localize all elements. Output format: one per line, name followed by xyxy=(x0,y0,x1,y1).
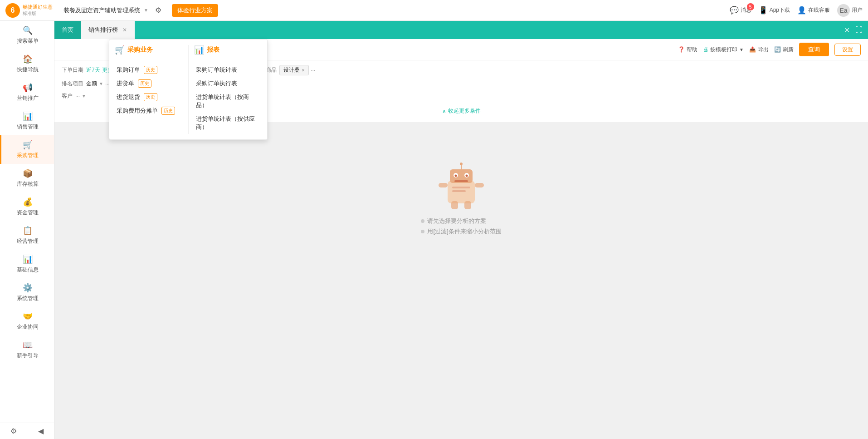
dropdown-item-po-stats[interactable]: 采购订单统计表 xyxy=(194,63,262,77)
sidebar-collapse-btn[interactable]: ◀ xyxy=(38,427,44,435)
svg-rect-14 xyxy=(452,190,466,192)
sidebar-item-inventory[interactable]: 📦 库存核算 xyxy=(0,164,54,192)
empty-tip1: 请先选择要分析的方案 xyxy=(421,216,501,226)
sidebar-item-system[interactable]: ⚙️ 系统管理 xyxy=(0,278,54,307)
gr-stats-supplier-label: 进货单统计表（按供应商） xyxy=(196,115,260,131)
dropdown-item-gr-stats-supplier[interactable]: 进货单统计表（按供应商） xyxy=(194,112,262,134)
tab-close-icon[interactable]: ✕ xyxy=(122,27,127,33)
customer-dots[interactable]: ··· xyxy=(75,93,80,99)
system-title-area: 装餐及固定资产辅助管理系统 ▼ ⚙ 体验行业方案 xyxy=(63,4,218,17)
refresh-icon: 🔄 xyxy=(774,46,781,53)
sidebar-label-quicknav: 快捷导航 xyxy=(17,66,39,74)
dropdown-item-expense[interactable]: 采购费用分摊单 历史 xyxy=(115,104,183,118)
sidebar-settings-btn[interactable]: ⚙ xyxy=(10,427,17,435)
handshake-icon: 🤝 xyxy=(23,311,33,321)
app-download-label: App下载 xyxy=(770,6,790,14)
sidebar-item-sales[interactable]: 📊 销售管理 xyxy=(0,107,54,135)
tab-sales-rank-label: 销售排行榜 xyxy=(88,26,118,34)
user-label: 用户 xyxy=(852,6,863,14)
main-layout: 🔍 搜索菜单 🏠 快捷导航 📢 营销推广 📊 销售管理 🛒 采购管理 📦 库存核… xyxy=(0,21,868,439)
help-btn[interactable]: ❓ 帮助 xyxy=(678,46,697,54)
refresh-label: 刷新 xyxy=(783,46,794,54)
gret-history-badge: 历史 xyxy=(144,93,157,101)
tab-home[interactable]: 首页 xyxy=(54,21,81,39)
sidebar-item-operations[interactable]: 📋 经营管理 xyxy=(0,221,54,250)
collapse-up-icon: ∧ xyxy=(442,108,446,114)
goods-tag-text: 设计桑 xyxy=(283,66,300,74)
gr-history-badge: 历史 xyxy=(138,79,151,88)
table-icon: 📊 xyxy=(23,254,33,264)
tab-sales-rank[interactable]: 销售排行榜 ✕ xyxy=(81,21,135,39)
industry-btn[interactable]: 体验行业方案 xyxy=(172,4,218,17)
help-icon: ❓ xyxy=(678,46,685,53)
dropdown-col-purchase: 🛒 采购业务 采购订单 历史 进货单 历史 进货退货 xyxy=(109,45,189,134)
print-label: 按模板打印 xyxy=(710,46,737,54)
report-col-icon: 📊 xyxy=(194,45,204,55)
sidebar-item-capital[interactable]: 💰 资金管理 xyxy=(0,192,54,221)
empty-state: 请先选择要分析的方案 用[过滤]条件来缩小分析范围 xyxy=(54,124,868,273)
sidebar-item-guide[interactable]: 📖 新手引导 xyxy=(0,335,54,364)
goods-return-label: 进货退货 xyxy=(117,93,140,101)
sidebar-item-enterprise[interactable]: 🤝 企业协同 xyxy=(0,307,54,335)
dropdown-item-po[interactable]: 采购订单 历史 xyxy=(115,63,183,77)
sidebar-label-guide: 新手引导 xyxy=(17,352,39,360)
system-title: 装餐及固定资产辅助管理系统 xyxy=(63,6,140,15)
home-icon: 🏠 xyxy=(23,54,33,64)
book-icon: 📖 xyxy=(23,340,33,350)
system-dropdown-arrow[interactable]: ▼ xyxy=(144,8,148,13)
svg-point-4 xyxy=(455,175,457,177)
tab-home-label: 首页 xyxy=(62,26,73,34)
query-btn[interactable]: 查询 xyxy=(799,43,829,56)
refresh-btn[interactable]: 🔄 刷新 xyxy=(774,46,794,54)
customer-dropdown[interactable]: ▼ xyxy=(82,94,86,99)
goods-value: 设计桑 × ··· xyxy=(279,65,356,75)
avatar: Ea xyxy=(837,4,850,17)
po-label: 采购订单 xyxy=(117,66,140,74)
goods-tag-close[interactable]: × xyxy=(302,67,305,74)
dropdown-menu: 🛒 采购业务 采购订单 历史 进货单 历史 进货退货 xyxy=(109,39,268,140)
po-exec-label: 采购订单执行表 xyxy=(196,79,237,88)
rank-value-text: 金额 xyxy=(86,80,97,88)
report-section-title: 报表 xyxy=(207,46,219,54)
purchase-section-title: 采购业务 xyxy=(127,46,153,54)
sidebar-label-system: 系统管理 xyxy=(17,295,39,302)
clipboard-icon: 📋 xyxy=(23,226,33,236)
export-btn[interactable]: 📤 导出 xyxy=(749,46,769,54)
dropdown-item-gr-stats-goods[interactable]: 进货单统计表（按商品） xyxy=(194,90,262,112)
system-settings-icon[interactable]: ⚙ xyxy=(152,4,165,17)
dropdown-item-po-exec[interactable]: 采购订单执行表 xyxy=(194,77,262,90)
empty-illustration xyxy=(436,160,486,210)
svg-rect-10 xyxy=(464,201,471,209)
dropdown-col-report: 📊 报表 采购订单统计表 采购订单执行表 进货单统计表（按商品） xyxy=(189,45,268,134)
goods-dots[interactable]: ··· xyxy=(311,67,315,74)
rank-dropdown[interactable]: ▼ xyxy=(99,81,103,86)
sidebar-item-purchase[interactable]: 🛒 采购管理 xyxy=(0,135,54,164)
svg-point-5 xyxy=(466,175,468,177)
settings-btn[interactable]: 设置 xyxy=(834,44,861,56)
empty-tip2: 用[过滤]条件来缩小分析范围 xyxy=(421,226,501,237)
megaphone-icon: 📢 xyxy=(23,83,33,93)
sidebar-item-quicknav[interactable]: 🏠 快捷导航 xyxy=(0,49,54,78)
tab-close-window-btn[interactable]: ✕ xyxy=(842,24,852,36)
print-dropdown-icon[interactable]: ▼ xyxy=(739,47,744,52)
logo-area: 6 畅捷通好生意 标准版 xyxy=(5,3,60,18)
dropdown-item-goods-return[interactable]: 进货退货 历史 xyxy=(115,90,183,104)
sidebar-label-capital: 资金管理 xyxy=(17,209,39,217)
rank-label: 排名项目 xyxy=(62,80,83,88)
gear-icon: ⚙️ xyxy=(23,283,33,293)
sidebar-item-marketing[interactable]: 📢 营销推广 xyxy=(0,78,54,107)
svg-rect-9 xyxy=(451,201,458,209)
sidebar-label-search: 搜索菜单 xyxy=(17,37,39,45)
dropdown-item-goods-receipt[interactable]: 进货单 历史 xyxy=(115,77,183,90)
app-download-action[interactable]: 📱 App下载 xyxy=(759,6,790,15)
user-action[interactable]: Ea 用户 xyxy=(837,4,863,17)
sidebar-item-search[interactable]: 🔍 搜索菜单 xyxy=(0,21,54,49)
date-shortcut-7days[interactable]: 近7天 xyxy=(86,66,100,74)
empty-text: 请先选择要分析的方案 用[过滤]条件来缩小分析范围 xyxy=(421,216,501,237)
print-btn[interactable]: 🖨 按模板打印 ▼ xyxy=(703,46,744,54)
sidebar-item-basic[interactable]: 📊 基础信息 xyxy=(0,250,54,278)
tab-fullscreen-btn[interactable]: ⛶ xyxy=(853,24,864,36)
logo-line1: 畅捷通好生意 xyxy=(23,4,53,10)
notification-action[interactable]: 💬 消息 5 xyxy=(730,6,751,15)
online-service-action[interactable]: 👤 在线客服 xyxy=(797,6,830,15)
